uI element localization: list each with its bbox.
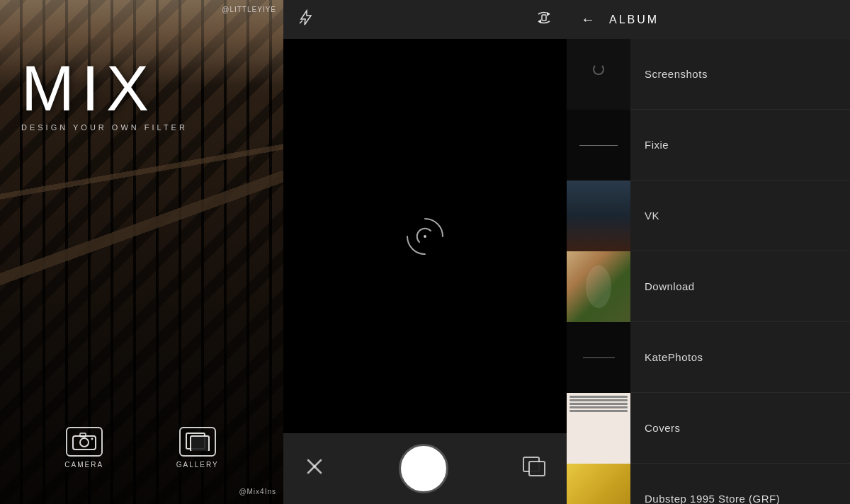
- camera-top-bar: [283, 0, 567, 39]
- shutter-button[interactable]: [399, 444, 448, 493]
- svg-rect-2: [80, 433, 86, 437]
- flip-camera-icon[interactable]: [536, 9, 552, 30]
- album-thumbnail: [567, 393, 630, 464]
- album-name: Download: [645, 280, 695, 292]
- thumb-fixie: [567, 110, 630, 181]
- camera-label: CAMERA: [64, 461, 103, 469]
- album-name: Dubstep 1995 Store (GRF): [645, 493, 780, 504]
- flash-icon[interactable]: [298, 9, 314, 30]
- album-header-title: ALBUM: [609, 13, 659, 26]
- album-name: Covers: [645, 422, 681, 434]
- middle-panel: [283, 0, 567, 504]
- svg-point-3: [91, 438, 93, 440]
- album-name: Fixie: [645, 139, 669, 151]
- gallery-label: GALLERY: [176, 461, 219, 469]
- gallery-button[interactable]: GALLERY: [176, 427, 219, 469]
- album-thumbnail: [567, 39, 630, 110]
- album-item[interactable]: Fixie: [567, 110, 850, 181]
- album-item[interactable]: Covers: [567, 393, 850, 464]
- album-name: KatePhotos: [645, 351, 703, 363]
- thumb-dubstep: [567, 464, 630, 505]
- thumb-download: [567, 251, 630, 322]
- album-thumbnail: [567, 464, 630, 505]
- left-panel: @LITTLEYIYE MIX DESIGN YOUR OWN FILTER C…: [0, 0, 283, 504]
- app-title-big: MIX: [21, 57, 188, 120]
- album-list: ScreenshotsFixieVKDownloadKatePhotosCove…: [567, 39, 850, 504]
- album-item[interactable]: KatePhotos: [567, 322, 850, 393]
- gallery-square-icon[interactable]: [523, 457, 545, 481]
- svg-rect-5: [191, 436, 209, 451]
- album-thumbnail: [567, 181, 630, 251]
- close-camera-icon[interactable]: [305, 457, 324, 481]
- thumb-vk: [567, 181, 630, 251]
- album-item[interactable]: Download: [567, 251, 850, 322]
- album-thumbnail: [567, 110, 630, 181]
- svg-point-1: [80, 438, 89, 447]
- thumb-screenshots: [567, 39, 630, 110]
- app-title-sub: DESIGN YOUR OWN FILTER: [21, 123, 188, 132]
- album-header: ← ALBUM: [567, 0, 850, 39]
- camera-button[interactable]: CAMERA: [64, 427, 103, 469]
- camera-icon: [72, 433, 96, 451]
- username-top: @LITTLEYIYE: [222, 6, 276, 13]
- username-bottom: @Mix4Ins: [239, 488, 276, 496]
- album-item[interactable]: Dubstep 1995 Store (GRF): [567, 464, 850, 504]
- right-panel: ← ALBUM ScreenshotsFixieVKDownloadKatePh…: [567, 0, 850, 504]
- camera-icon-box: [66, 427, 103, 457]
- album-name: Screenshots: [645, 68, 708, 80]
- svg-line-7: [300, 21, 302, 23]
- svg-marker-8: [547, 12, 550, 16]
- svg-rect-10: [542, 15, 546, 21]
- camera-bottom-bar: [283, 433, 567, 504]
- left-bottom-buttons: CAMERA GALLERY: [0, 427, 283, 469]
- camera-viewfinder: [283, 39, 567, 433]
- album-thumbnail: [567, 322, 630, 393]
- loading-spinner: [404, 215, 446, 258]
- gallery-icon: [186, 433, 210, 451]
- thumb-katephotos: [567, 322, 630, 393]
- album-item[interactable]: Screenshots: [567, 39, 850, 110]
- album-name: VK: [645, 210, 659, 222]
- svg-marker-9: [538, 19, 541, 23]
- gallery-icon-box: [179, 427, 216, 457]
- album-item[interactable]: VK: [567, 181, 850, 251]
- thumb-covers: [567, 393, 630, 464]
- app-title-block: MIX DESIGN YOUR OWN FILTER: [21, 57, 188, 132]
- back-button[interactable]: ←: [581, 11, 595, 28]
- svg-rect-17: [529, 462, 545, 476]
- svg-marker-6: [301, 11, 311, 25]
- album-thumbnail: [567, 251, 630, 322]
